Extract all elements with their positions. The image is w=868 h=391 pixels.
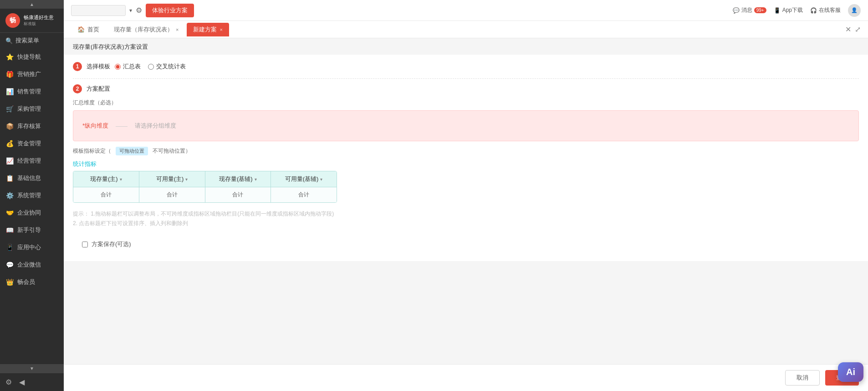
- quick-nav-icon: ⭐: [5, 53, 14, 61]
- indicator-settings: 模板指标设定（ 可拖动位置 不可拖动位置）: [73, 147, 859, 155]
- tab-new-plan-close[interactable]: ×: [220, 27, 222, 32]
- topbar-search-input[interactable]: [71, 5, 126, 16]
- online-service-button[interactable]: 🎧 在线客服: [810, 6, 841, 14]
- chevron-down-icon-1: ▾: [185, 177, 188, 182]
- sidebar-item-sales[interactable]: 📊 销售管理: [0, 83, 64, 100]
- tab-inventory-close[interactable]: ×: [176, 27, 179, 32]
- search-icon: 🔍: [5, 37, 13, 44]
- phone-icon: 📱: [774, 7, 781, 14]
- radio-cross-input[interactable]: [148, 64, 154, 70]
- nav-label: 经营管理: [17, 157, 41, 165]
- sidebar-search[interactable]: 🔍 搜索菜单: [0, 33, 64, 48]
- stats-label: 统计指标: [73, 160, 859, 168]
- step1-number: 1: [73, 62, 82, 71]
- stats-body-cell-0-1: 合计: [139, 187, 205, 202]
- stats-body-row-0: 合计 合计 合计 合计: [73, 187, 337, 202]
- app-center-icon: 📱: [5, 243, 14, 252]
- settings-icon[interactable]: ⚙: [5, 378, 12, 386]
- step2-title: 方案配置: [87, 85, 110, 93]
- sidebar-item-purchase[interactable]: 🛒 采购管理: [0, 100, 64, 118]
- sales-icon: 📊: [5, 87, 14, 96]
- industry-solution-button[interactable]: 体验行业方案: [146, 4, 194, 17]
- nav-label: 应用中心: [17, 243, 41, 252]
- stats-col-3[interactable]: 可用量(基辅) ▾: [271, 171, 337, 187]
- topbar-dropdown-button[interactable]: ▾: [129, 7, 132, 14]
- sidebar: ▲ 畅 畅康通好生意 标准版 🔍 搜索菜单 ⭐ 快捷导航 🎁 营销推广 📊 销售…: [0, 0, 64, 391]
- stats-body-cell-0-0: 合计: [73, 187, 139, 202]
- window-close-button[interactable]: ✕: [845, 25, 851, 34]
- cancel-button[interactable]: 取消: [785, 370, 820, 386]
- nav-label: 企业协同: [17, 209, 41, 217]
- logo-text: 畅康通好生意: [24, 14, 54, 21]
- sidebar-item-quick-nav[interactable]: ⭐ 快捷导航: [0, 48, 64, 66]
- sidebar-item-member[interactable]: 👑 畅会员: [0, 273, 64, 291]
- radio-summary[interactable]: 汇总表: [115, 62, 141, 71]
- logo-badge: 标准版: [24, 21, 54, 27]
- nav-label: 营销推广: [17, 70, 41, 78]
- avatar: 👤: [848, 4, 861, 17]
- nav-label: 新手引导: [17, 226, 41, 234]
- sidebar-item-wechat[interactable]: 💬 企业微信: [0, 256, 64, 273]
- radio-summary-input[interactable]: [115, 64, 121, 70]
- sidebar-item-cooperation[interactable]: 🤝 企业协同: [0, 204, 64, 221]
- tab-home[interactable]: 🏠 首页: [71, 23, 106, 36]
- message-icon: 💬: [733, 7, 740, 14]
- topbar-right: 💬 消息 99+ 📱 App下载 🎧 在线客服 👤: [733, 4, 861, 17]
- nav-label: 库存核算: [17, 122, 41, 130]
- chevron-down-icon-0: ▾: [120, 177, 122, 182]
- step2-section: 2 方案配置 汇总维度（必选） *纵向维度 —— 请选择分组维度 模板指标设定（…: [73, 84, 859, 227]
- ai-float-button[interactable]: Ai: [838, 362, 863, 382]
- stats-col-0[interactable]: 现存量(主) ▾: [73, 171, 139, 187]
- nav-label: 企业微信: [17, 261, 41, 269]
- tab-inventory-status[interactable]: 现存量（库存状况表） ×: [107, 23, 185, 36]
- tab-new-plan[interactable]: 新建方案 ×: [187, 23, 229, 36]
- sidebar-item-basic-info[interactable]: 📋 基础信息: [0, 170, 64, 187]
- stats-col-1[interactable]: 可用量(主) ▾: [139, 171, 205, 187]
- collapse-icon[interactable]: ◀: [19, 378, 25, 386]
- sidebar-item-finance[interactable]: 💰 资金管理: [0, 135, 64, 152]
- new-guide-icon: 📖: [5, 226, 14, 234]
- sidebar-item-system[interactable]: ⚙️ 系统管理: [0, 187, 64, 204]
- topbar-left: ▾ ⚙ 体验行业方案: [71, 4, 727, 17]
- app-label: App下载: [782, 6, 803, 14]
- message-button[interactable]: 💬 消息 99+: [733, 6, 766, 14]
- cooperation-icon: 🤝: [5, 209, 14, 217]
- sidebar-item-app-center[interactable]: 📱 应用中心: [0, 239, 64, 256]
- topbar: ▾ ⚙ 体验行业方案 💬 消息 99+ 📱 App下载 🎧 在线客服 👤: [64, 0, 868, 21]
- step1-title: 选择模板: [87, 62, 110, 71]
- window-expand-button[interactable]: ⤢: [855, 25, 861, 34]
- app-download-button[interactable]: 📱 App下载: [774, 6, 803, 14]
- nav-label: 快捷导航: [17, 53, 41, 61]
- sidebar-item-business[interactable]: 📈 经营管理: [0, 152, 64, 170]
- stats-col-1-label: 可用量(主): [156, 175, 184, 183]
- dimension-section-label: 汇总维度（必选）: [73, 99, 859, 107]
- sidebar-scroll-up[interactable]: ▲: [0, 0, 64, 9]
- chevron-down-icon-3: ▾: [320, 177, 322, 182]
- stats-col-2[interactable]: 现存量(基辅) ▾: [205, 171, 271, 187]
- tip-1: 提示： 1.拖动标题栏可以调整布局，不可跨维度或指标区域拖动栏目(只能在同一维度…: [73, 210, 859, 218]
- nav-label: 资金管理: [17, 139, 41, 148]
- stats-col-0-label: 现存量(主): [90, 175, 118, 183]
- sidebar-scroll-down[interactable]: ▼: [0, 364, 64, 373]
- tips-section: 提示： 1.拖动标题栏可以调整布局，不可跨维度或指标区域拖动栏目(只能在同一维度…: [73, 210, 859, 227]
- wechat-icon: 💬: [5, 261, 14, 269]
- radio-cross[interactable]: 交叉统计表: [148, 62, 186, 71]
- sidebar-item-inventory[interactable]: 📦 库存核算: [0, 118, 64, 135]
- sidebar-item-new-guide[interactable]: 📖 新手引导: [0, 221, 64, 239]
- sidebar-item-marketing[interactable]: 🎁 营销推广: [0, 66, 64, 83]
- step2-number: 2: [73, 84, 82, 93]
- user-menu[interactable]: 👤: [848, 4, 861, 17]
- dimension-box[interactable]: *纵向维度 —— 请选择分组维度: [73, 110, 859, 141]
- sidebar-logo: 畅 畅康通好生意 标准版: [0, 9, 64, 33]
- sidebar-nav: ⭐ 快捷导航 🎁 营销推广 📊 销售管理 🛒 采购管理 📦 库存核算 💰 资金管…: [0, 48, 64, 364]
- save-checkbox[interactable]: [82, 242, 88, 247]
- finance-icon: 💰: [5, 139, 14, 148]
- business-icon: 📈: [5, 157, 14, 165]
- tab-new-plan-label: 新建方案: [193, 26, 217, 34]
- nav-label: 销售管理: [17, 87, 41, 96]
- indicator-fixed-label: 不可拖动位置）: [153, 147, 191, 155]
- topbar-gear-button[interactable]: ⚙: [136, 6, 142, 15]
- radio-cross-label: 交叉统计表: [156, 62, 186, 71]
- headset-icon: 🎧: [810, 7, 817, 14]
- logo-icon: 畅: [5, 13, 20, 28]
